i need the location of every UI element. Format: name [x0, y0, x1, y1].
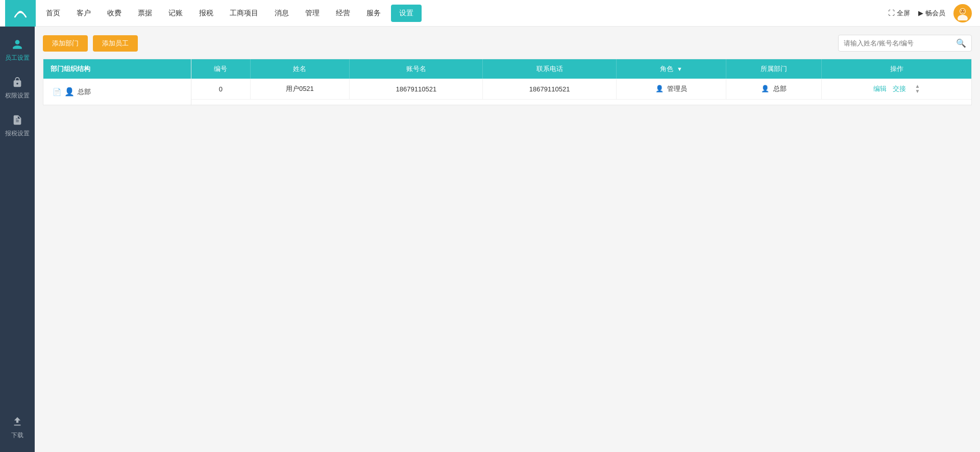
col-header-account: 账号名	[350, 59, 483, 79]
nav-item-tax[interactable]: 报税	[191, 0, 222, 26]
nav-item-home[interactable]: 首页	[38, 0, 68, 26]
role-user-icon: 👤	[655, 85, 664, 92]
nav-item-settings[interactable]: 设置	[391, 5, 422, 22]
col-header-action: 操作	[822, 59, 971, 79]
sidebar-bottom-label: 下载	[11, 431, 23, 440]
sidebar-item-tax-label: 报税设置	[5, 129, 30, 138]
nav-item-invoice[interactable]: 票据	[130, 0, 160, 26]
nav-item-accounting[interactable]: 记账	[160, 0, 191, 26]
dept-item-headquarters[interactable]: 📄 👤 总部	[51, 84, 184, 100]
cell-dept: 👤 总部	[726, 79, 822, 100]
dept-item-name: 总部	[78, 87, 91, 97]
cell-action: 编辑 交接 ▲ ▼	[822, 79, 971, 100]
tax-settings-icon	[12, 114, 23, 127]
col-header-id: 编号	[191, 59, 250, 79]
dept-user-icon-row: 👤	[761, 85, 769, 92]
nav-items: 首页 客户 收费 票据 记账 报税 工商项目 消息 管理 经营 服务 设置	[38, 0, 424, 26]
dept-panel: 部门组织结构 📄 👤 总部	[43, 59, 191, 105]
cell-id: 0	[191, 79, 250, 100]
col-header-name: 姓名	[250, 59, 350, 79]
table-body: 0 用户0521 18679110521 18679110521 👤 管理员 👤…	[191, 79, 971, 100]
sidebar-item-tax-settings[interactable]: 报税设置	[0, 107, 35, 145]
nav-item-fee[interactable]: 收费	[99, 0, 130, 26]
svg-point-1	[958, 15, 968, 20]
scroll-down-icon[interactable]: ▼	[915, 89, 920, 94]
cell-name: 用户0521	[250, 79, 350, 100]
dept-panel-header: 部门组织结构	[43, 59, 191, 79]
top-nav: 首页 客户 收费 票据 记账 报税 工商项目 消息 管理 经营 服务 设置 ⛶ …	[0, 0, 980, 27]
data-table: 编号 姓名 账号名 联系电话 角色 ▼ 所属部门 操作	[191, 59, 971, 100]
fullscreen-label: 全屏	[897, 9, 910, 18]
vip-icon: ▶	[918, 9, 923, 17]
table-row: 0 用户0521 18679110521 18679110521 👤 管理员 👤…	[191, 79, 971, 100]
table-header-row: 编号 姓名 账号名 联系电话 角色 ▼ 所属部门 操作	[191, 59, 971, 79]
permission-icon	[12, 77, 23, 89]
sidebar-item-employee[interactable]: 员工设置	[0, 32, 35, 69]
vip-btn[interactable]: ▶ 畅会员	[918, 9, 945, 18]
search-icon: 🔍	[956, 39, 966, 47]
sidebar: 员工设置 权限设置 报税设置 下载	[0, 27, 35, 452]
data-panel: 编号 姓名 账号名 联系电话 角色 ▼ 所属部门 操作	[191, 59, 971, 105]
col-header-role: 角色 ▼	[616, 59, 726, 79]
main-layout: 员工设置 权限设置 报税设置 下载 添加部门 添加员工	[0, 27, 980, 452]
role-filter-icon[interactable]: ▼	[677, 66, 682, 72]
svg-point-5	[963, 10, 964, 11]
col-header-phone: 联系电话	[483, 59, 616, 79]
col-header-dept: 所属部门	[726, 59, 822, 79]
search-input[interactable]	[839, 36, 951, 50]
dept-tree: 📄 👤 总部	[43, 79, 191, 105]
dept-user-icon: 👤	[64, 87, 75, 97]
nav-item-manage[interactable]: 管理	[297, 0, 328, 26]
cell-phone: 18679110521	[483, 79, 616, 100]
table-wrapper: 部门组织结构 📄 👤 总部 编号 姓名 账号名	[43, 59, 972, 105]
nav-item-client[interactable]: 客户	[68, 0, 99, 26]
nav-logo	[5, 0, 36, 27]
nav-item-message[interactable]: 消息	[266, 0, 297, 26]
cell-role: 👤 管理员	[616, 79, 726, 100]
content: 添加部门 添加员工 🔍 部门组织结构 📄 👤 总部	[35, 27, 980, 452]
action-scroll: ▲ ▼	[915, 84, 920, 94]
dept-file-icon: 📄	[53, 88, 61, 96]
cell-account: 18679110521	[350, 79, 483, 100]
avatar[interactable]	[953, 4, 972, 22]
nav-item-operation[interactable]: 经营	[328, 0, 358, 26]
action-cell: 编辑 交接 ▲ ▼	[826, 84, 967, 94]
add-employee-button[interactable]: 添加员工	[93, 35, 138, 52]
edit-button[interactable]: 编辑	[873, 84, 887, 93]
sidebar-item-employee-label: 员工设置	[5, 54, 30, 62]
employee-icon	[12, 39, 23, 52]
fullscreen-btn[interactable]: ⛶ 全屏	[888, 9, 910, 18]
svg-point-4	[961, 10, 962, 11]
search-box: 🔍	[838, 35, 972, 52]
nav-item-business[interactable]: 工商项目	[222, 0, 266, 26]
fullscreen-icon: ⛶	[888, 9, 895, 17]
sidebar-item-download[interactable]: 下载	[0, 409, 35, 447]
vip-label: 畅会员	[925, 9, 945, 18]
sidebar-item-permission[interactable]: 权限设置	[0, 69, 35, 107]
nav-right: ⛶ 全屏 ▶ 畅会员	[888, 4, 980, 22]
sidebar-item-permission-label: 权限设置	[5, 91, 30, 100]
add-dept-button[interactable]: 添加部门	[43, 35, 88, 52]
nav-item-service[interactable]: 服务	[358, 0, 389, 26]
download-icon	[12, 416, 23, 429]
toolbar: 添加部门 添加员工 🔍	[43, 35, 972, 52]
search-button[interactable]: 🔍	[951, 35, 971, 51]
transfer-button[interactable]: 交接	[893, 84, 906, 93]
